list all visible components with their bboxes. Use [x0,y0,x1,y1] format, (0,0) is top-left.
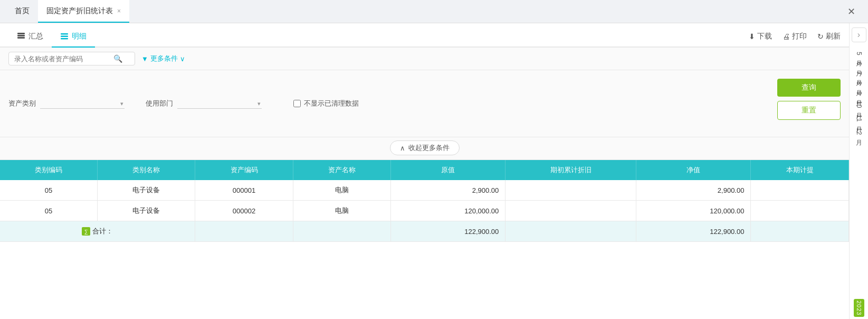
sub-tab-bar: 汇总 明细 ⬇ 下载 🖨 打印 [0,23,849,48]
tab-active[interactable]: 固定资产折旧统计表 × [38,0,129,23]
search-icon: 🔍 [113,54,122,63]
reset-button[interactable]: 重置 [777,101,841,120]
more-conditions-button[interactable]: ▼ 更多条件 ∨ [141,54,185,63]
collapse-button[interactable]: ∧ 收起更多条件 [390,140,460,155]
tab-bar: 首页 固定资产折旧统计表 × ✕ [0,0,868,23]
print-button[interactable]: 🖨 打印 [783,32,807,41]
cell-asset-name: 电脑 [293,180,391,201]
department-label: 使用部门 [146,99,173,108]
print-icon: 🖨 [783,32,790,41]
svg-rect-1 [17,35,25,36]
th-category-name: 类别名称 [97,160,195,180]
sidebar-month[interactable]: 8月 [853,78,864,88]
search-input-wrap[interactable]: 🔍 [8,52,135,65]
svg-rect-2 [17,33,25,34]
filter-icon: ▼ [141,55,148,63]
total-asset-name [293,221,391,242]
asset-category-filter: 资产类别 [8,98,125,109]
sidebar-month[interactable]: 10月 [853,98,864,111]
svg-rect-4 [61,36,68,37]
sidebar-year-badge[interactable]: 2023 [854,299,864,317]
download-button[interactable]: ⬇ 下载 [749,32,772,41]
search-bar: 🔍 ▼ 更多条件 ∨ [0,48,849,70]
cell-original-value: 120,000.00 [391,201,505,221]
chevron-up-icon: ∧ [400,144,405,152]
cell-current-depreciation [751,180,849,201]
collapse-label: 收起更多条件 [408,143,450,153]
tab-summary-label: 汇总 [28,32,43,41]
table-row: 05 电子设备 000002 电脑 120,000.00 120,000.00 [0,201,849,221]
left-panel: 汇总 明细 ⬇ 下载 🖨 打印 [0,23,849,319]
collapse-bar: ∧ 收起更多条件 [0,137,849,160]
th-initial-depreciation: 期初累计折旧 [505,160,636,180]
refresh-icon: ↻ [817,32,824,41]
svg-rect-0 [17,37,25,39]
th-current-depreciation: 本期计提 [751,160,849,180]
hide-cleared-wrap[interactable]: 不显示已清理数据 [293,99,359,108]
cell-net-value: 2,900.00 [636,180,751,201]
total-net-value: 122,900.00 [636,221,751,242]
sidebar-months: 5月6月7月8月9月10月11月12月 [853,49,864,138]
total-original-value: 122,900.00 [391,221,505,242]
sidebar-month[interactable]: 9月 [853,88,864,98]
filter-panel: 资产类别 使用部门 [0,70,849,137]
more-conditions-label: 更多条件 [150,54,178,63]
sidebar-month[interactable]: 12月 [853,125,864,138]
cell-initial-depreciation [505,180,636,201]
search-input[interactable] [14,55,109,63]
svg-rect-5 [61,38,68,40]
download-icon: ⬇ [749,32,755,41]
list-icon [60,32,69,41]
table-row: 05 电子设备 000001 电脑 2,900.00 2,900.00 [0,180,849,201]
asset-category-select-wrap[interactable] [40,98,125,109]
table-header-row: 类别编码 类别名称 资产编码 资产名称 原值 期初累计折旧 净值 本期计提 [0,160,849,180]
total-label: ∑ 合计： [0,221,195,242]
asset-category-select[interactable] [40,98,125,109]
total-initial-depreciation [505,221,636,242]
th-original-value: 原值 [391,160,505,180]
refresh-button[interactable]: ↻ 刷新 [817,32,841,41]
tab-close-icon[interactable]: × [117,7,121,15]
table-total-row: ∑ 合计： 122,900.00 122,900.00 [0,221,849,242]
cell-category-name: 电子设备 [97,180,195,201]
cell-current-depreciation [751,201,849,221]
tab-home[interactable]: 首页 [6,0,38,23]
hide-cleared-checkbox[interactable] [293,100,301,107]
table-wrap: 类别编码 类别名称 资产编码 资产名称 原值 期初累计折旧 净值 本期计提 05… [0,160,849,319]
svg-rect-3 [61,33,68,35]
department-select-wrap[interactable] [177,98,262,109]
th-asset-code: 资产编码 [195,160,293,180]
tab-active-label: 固定资产折旧统计表 [46,6,113,16]
total-current-depreciation [751,221,849,242]
filter-actions: 查询 重置 [777,79,841,120]
sidebar-month[interactable]: 11月 [853,111,864,125]
cell-asset-name: 电脑 [293,201,391,221]
th-net-value: 净值 [636,160,751,180]
data-table: 类别编码 类别名称 资产编码 资产名称 原值 期初累计折旧 净值 本期计提 05… [0,160,849,242]
sidebar-arrow-button[interactable]: › [852,27,866,42]
window-close-button[interactable]: ✕ [841,6,862,17]
sidebar-month[interactable]: 6月 [853,59,864,69]
total-asset-code [195,221,293,242]
sidebar-month[interactable]: 5月 [853,49,864,59]
refresh-label: 刷新 [826,32,841,41]
cell-net-value: 120,000.00 [636,201,751,221]
cell-asset-code: 000002 [195,201,293,221]
layers-icon [17,32,25,41]
toolbar-actions: ⬇ 下载 🖨 打印 ↻ 刷新 [749,32,841,46]
department-select[interactable] [177,98,262,109]
sidebar-month[interactable]: 7月 [853,68,864,78]
th-asset-name: 资产名称 [293,160,391,180]
right-sidebar: › 5月6月7月8月9月10月11月12月 2023 [849,23,868,319]
tab-detail-label: 明细 [72,32,87,41]
cell-category-name: 电子设备 [97,201,195,221]
total-icon: ∑ [82,227,90,236]
chevron-down-icon: ∨ [180,55,185,63]
main-content: 汇总 明细 ⬇ 下载 🖨 打印 [0,23,868,319]
tab-summary[interactable]: 汇总 [8,32,52,48]
th-category-code: 类别编码 [0,160,97,180]
query-button[interactable]: 查询 [777,79,841,97]
cell-original-value: 2,900.00 [391,180,505,201]
filter-row: 资产类别 使用部门 [8,79,841,128]
tab-detail[interactable]: 明细 [52,32,95,48]
